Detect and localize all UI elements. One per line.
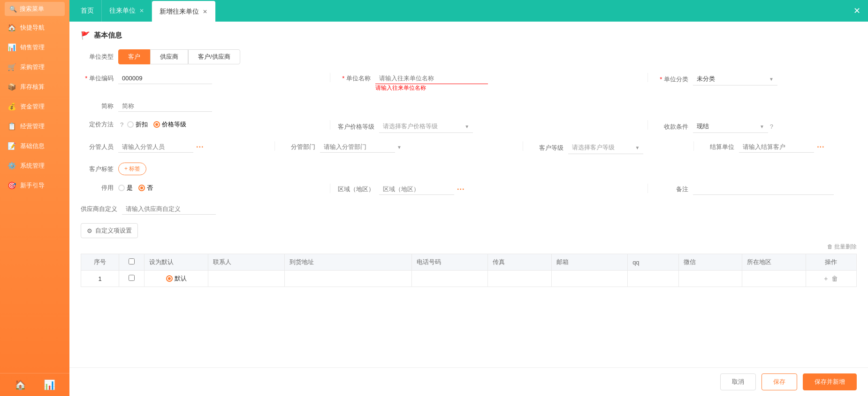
remark-input[interactable] [693,184,834,195]
tab-partners-close[interactable]: ✕ [139,8,144,14]
chevron-down-icon-5: ▼ [635,145,640,150]
row-default-radio[interactable]: 默认 [149,274,203,283]
sidebar: 🔍 搜索菜单 🏠快捷导航📊销售管理🛒采购管理📦库存核算💰资金管理📋经营管理📝基础… [0,0,69,396]
manager-input[interactable] [118,141,193,153]
sidebar-item-operation[interactable]: 📋经营管理 [0,116,69,136]
window-close-button[interactable]: ✕ [850,6,864,16]
sidebar-item-label: 采购管理 [20,63,45,71]
customer-price-level-label: 客户价格等级 [338,123,379,131]
search-icon: 🔍 [9,6,17,13]
save-button[interactable]: 保存 [761,373,797,390]
region-more-button[interactable]: ··· [454,185,467,194]
tab-new-partner-close[interactable]: ✕ [203,8,207,15]
customer-level-label: 客户等级 [531,144,568,152]
radio-no[interactable]: 否 [138,184,153,192]
sidebar-item-sales[interactable]: 📊销售管理 [0,38,69,57]
sidebar-item-purchase[interactable]: 🛒采购管理 [0,57,69,77]
cancel-button[interactable]: 取消 [720,373,756,390]
region-label: 区域（地区） [338,185,379,194]
main-area: 首页 往来单位 ✕ 新增往来单位 ✕ ✕ 🚩 基本信息 单位类型 客户 供应商 … [69,0,868,396]
tab-new-partner[interactable]: 新增往来单位 ✕ [152,1,215,23]
disable-label: 停用 [81,184,118,192]
manager-more-button[interactable]: ··· [193,143,206,151]
batch-delete[interactable]: 🗑 批量删除 [81,243,857,251]
gear-icon: ⚙ [87,227,92,234]
tag-row: 客户标签 + 标签 [81,163,857,175]
chart-icon[interactable]: 📊 [44,379,55,390]
row-email [551,271,628,287]
row-add-button[interactable]: + [824,275,828,282]
settlement-field: 结算单位 ··· [701,141,857,153]
supplier-custom-input[interactable] [122,203,216,215]
unit-type-both[interactable]: 客户/供应商 [188,49,240,64]
add-tag-label: + 标签 [124,165,140,173]
dept-label: 分管部门 [282,143,320,151]
unit-code-input[interactable]: 000009 [118,73,212,84]
th-wechat: 微信 [678,254,742,271]
row-phone-input[interactable] [417,275,483,282]
abbr-input[interactable] [118,101,212,112]
manager-dept-row: 分管人员 ··· 分管部门 ▼ 客户等级 请选择客户等级 ▼ [81,141,857,154]
row-wechat-input[interactable] [684,275,737,282]
dept-input[interactable] [320,141,395,153]
row-qq [628,271,678,287]
tab-new-partner-label: 新增往来单位 [160,8,199,16]
add-tag-button[interactable]: + 标签 [118,163,146,175]
radio-yes[interactable]: 是 [118,184,133,192]
row-phone [411,271,488,287]
row-qq-input[interactable] [632,275,673,282]
row-delete-button[interactable]: 🗑 [831,275,838,282]
region-input[interactable] [379,184,454,195]
row-region-input[interactable] [747,275,800,282]
unit-type-supplier[interactable]: 供应商 [150,49,188,64]
unit-category-select[interactable]: 未分类 ▼ [693,73,777,85]
radio-discount[interactable]: 折扣 [127,120,148,129]
unit-name-input[interactable] [375,73,488,84]
unit-type-customer[interactable]: 客户 [118,49,150,64]
sales-icon: 📊 [8,43,16,52]
radio-no-label: 否 [147,184,153,192]
row-checkbox [119,271,145,287]
row-select-checkbox[interactable] [129,275,135,281]
row-address [284,271,411,287]
row-address-input[interactable] [289,275,407,282]
settlement-input[interactable] [739,141,814,153]
section-header: 🚩 基本信息 [81,31,857,40]
sidebar-item-guide[interactable]: 🎯新手引导 [0,176,69,195]
pricing-question-icon[interactable]: ? [120,121,123,128]
dept-field: 分管部门 ▼ [282,141,515,153]
payment-terms-select[interactable]: 现结 ▼ [693,120,768,133]
custom-settings-button[interactable]: ⚙ 自定义项设置 [81,223,138,238]
row-email-input[interactable] [556,275,623,282]
sidebar-item-label: 基础信息 [20,142,45,150]
row-fax-input[interactable] [493,275,546,282]
tag-label: 客户标签 [81,165,118,173]
form-content: 🚩 基本信息 单位类型 客户 供应商 客户/供应商 单位编码 000009 [69,22,868,367]
radio-discount-circle [127,121,134,128]
sidebar-item-basic[interactable]: 📝基础信息 [0,136,69,156]
sidebar-item-system[interactable]: ⚙️系统管理 [0,156,69,176]
row-contact-input[interactable] [213,275,280,282]
home-icon[interactable]: 🏠 [15,379,26,390]
settlement-more-button[interactable]: ··· [814,143,827,151]
customer-level-select[interactable]: 请选择客户等级 ▼ [568,141,643,154]
sidebar-item-finance[interactable]: 💰资金管理 [0,97,69,116]
row-wechat [678,271,742,287]
th-address: 到货地址 [284,254,411,271]
select-all-checkbox[interactable] [129,258,135,264]
finance-icon: 💰 [8,102,16,111]
tab-home[interactable]: 首页 [73,0,102,22]
sidebar-item-inventory[interactable]: 📦库存核算 [0,77,69,97]
tab-partners[interactable]: 往来单位 ✕ [102,0,152,22]
save-and-new-button[interactable]: 保存并新增 [803,373,857,390]
radio-price-level[interactable]: 价格等级 [153,120,186,129]
chevron-down-icon-2: ▼ [464,124,469,129]
sidebar-item-quick-nav[interactable]: 🏠快捷导航 [0,18,69,38]
customer-price-level-select[interactable]: 请选择客户价格等级 ▼ [379,120,473,133]
row-contact [208,271,284,287]
search-menu[interactable]: 🔍 搜索菜单 [5,2,65,16]
payment-question-icon[interactable]: ? [770,123,773,130]
pricing-method-field: 定价方法 ? 折扣 价格等级 [81,120,322,129]
dept-dropdown[interactable]: ▼ [395,145,404,150]
batch-delete-icon: 🗑 [827,243,833,250]
